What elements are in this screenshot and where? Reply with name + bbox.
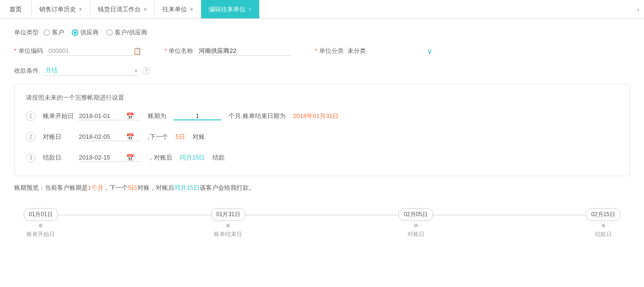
unit-category-label: 单位分类	[315, 47, 344, 55]
tab-home[interactable]: 首页	[0, 0, 32, 18]
reconcile-desc-highlight: 5日	[176, 133, 185, 141]
tab-sales-history-close[interactable]: ×	[79, 6, 82, 13]
node-4-label: 结款日	[595, 230, 612, 238]
tab-bar: 首页 销售订单历史 × 钱货日清工作台 × 往来单位 × 编辑往来单位 × ›	[0, 0, 644, 19]
settlement-row-1: 1 账单开始日 📅 账期为 个月,账单结束日期为 2018年01月31日	[26, 111, 618, 121]
tab-partners-close[interactable]: ×	[190, 6, 193, 13]
tab-partners[interactable]: 往来单位 ×	[155, 0, 201, 18]
reconcile-desc-prefix: ,下一个	[148, 133, 168, 141]
node-3-tag: 02月05日	[398, 208, 433, 221]
reconcile-date-input[interactable]	[79, 133, 126, 140]
payment-terms-select[interactable]: 月结 ∨	[43, 65, 138, 76]
chevron-down-icon: ∨	[427, 47, 432, 56]
timeline-node-2: 01月31日 账单结束日	[211, 208, 246, 238]
start-date-calendar-icon[interactable]: 📅	[126, 112, 134, 120]
unit-type-row: 单位类型 客户 供应商 客户/供应商	[14, 28, 630, 37]
timeline-container: 01月01日 账单开始日 01月31日 账单结束日 02月05日 对账日	[14, 203, 630, 253]
period-suffix: 个月,账单结束日期为	[229, 112, 286, 120]
period-end: 2018年01月31日	[293, 112, 339, 120]
node-1-label: 账单开始日	[26, 230, 55, 238]
radio-both-circle	[106, 29, 113, 36]
unit-code-input-wrapper: 📋	[47, 46, 141, 56]
radio-customer[interactable]: 客户	[43, 28, 64, 37]
row-1-label: 账单开始日	[43, 112, 71, 120]
payment-terms-row: 收款条件 月结 ∨ ?	[14, 65, 630, 76]
unit-category-select[interactable]: 未分类 ∨	[347, 47, 432, 56]
node-1-tag: 01月01日	[24, 208, 58, 221]
period-prefix: 账期为	[148, 112, 166, 120]
radio-supplier-label: 供应商	[80, 28, 99, 37]
radio-supplier-circle	[72, 29, 78, 36]
reconcile-desc-suffix: 对账	[193, 133, 205, 141]
start-date-input-wrapper: 📅	[79, 112, 140, 120]
unit-type-label: 单位类型	[14, 28, 39, 37]
payment-desc-suffix: 结款	[212, 153, 225, 162]
unit-type-radio-group: 客户 供应商 客户/供应商	[43, 28, 147, 37]
help-icon[interactable]: ?	[143, 67, 150, 75]
preview-part1-sep: ，下一个	[103, 184, 128, 191]
step-1: 1	[26, 111, 35, 121]
unit-code-icon[interactable]: 📋	[133, 47, 141, 55]
unit-code-label: 单位编码	[14, 47, 43, 55]
node-4-circle	[602, 224, 605, 228]
main-content: 单位类型 客户 供应商 客户/供应商 单位编码 📋 单	[0, 19, 644, 287]
unit-code-group: 单位编码 📋	[14, 46, 141, 56]
radio-both-label: 客户/供应商	[115, 28, 147, 37]
tab-edit-partner[interactable]: 编辑往来单位 ×	[201, 0, 260, 18]
timeline-node-3: 02月05日 对账日	[398, 208, 433, 238]
preview-suffix: 该客户会给我打款。	[200, 184, 255, 191]
unit-name-group: 单位名称	[165, 46, 292, 56]
radio-customer-label: 客户	[52, 28, 64, 37]
preview-prefix: 账期预览：当前客户账期是	[14, 184, 88, 191]
preview-part3: 同月15日	[174, 184, 199, 191]
tab-edit-partner-close[interactable]: ×	[248, 6, 252, 13]
period-input[interactable]	[174, 112, 221, 120]
payment-terms-value: 月结	[43, 65, 134, 76]
row-2-label: 对账日	[43, 133, 71, 141]
payment-terms-chevron: ∨	[134, 68, 138, 74]
unit-code-input[interactable]	[47, 46, 133, 55]
tab-edit-partner-label: 编辑往来单位	[209, 5, 246, 14]
preview-section: 账期预览：当前客户账期是1个月，下一个5日对账，对账后同月15日该客户会给我打款…	[14, 176, 630, 256]
payment-desc-prefix: ，对账后	[148, 153, 172, 162]
preview-part2: 5日	[128, 184, 137, 191]
tab-cash-work-label: 钱货日清工作台	[98, 5, 141, 14]
settlement-instruction: 请按照未来的一个完整帐期进行设置	[26, 93, 618, 102]
unit-category-group: 单位分类 未分类 ∨	[315, 47, 432, 56]
unit-name-input[interactable]	[197, 46, 291, 55]
tab-cash-work[interactable]: 钱货日清工作台 ×	[90, 0, 155, 18]
tab-more-arrow[interactable]: ›	[632, 0, 644, 18]
unit-category-value: 未分类	[347, 47, 427, 55]
step-2: 2	[26, 132, 35, 142]
node-3-label: 对账日	[407, 230, 424, 238]
preview-part2-sep: 对账，对账后	[137, 184, 174, 191]
preview-part1: 1个月	[88, 184, 103, 191]
payment-date-input-wrapper: 📅	[79, 154, 140, 162]
tab-partners-label: 往来单位	[162, 5, 187, 14]
preview-text: 账期预览：当前客户账期是1个月，下一个5日对账，对账后同月15日该客户会给我打款…	[14, 184, 630, 192]
settlement-row-3: 3 结款日 📅 ，对账后 同月15日 结款	[26, 153, 618, 162]
node-2-circle	[226, 224, 230, 228]
radio-customer-circle	[43, 29, 50, 36]
radio-supplier[interactable]: 供应商	[72, 28, 99, 37]
tab-sales-history-label: 销售订单历史	[39, 5, 76, 14]
unit-info-row: 单位编码 📋 单位名称 单位分类 未分类 ∨	[14, 46, 630, 56]
tab-sales-history[interactable]: 销售订单历史 ×	[32, 0, 90, 18]
timeline-node-1: 01月01日 账单开始日	[24, 208, 58, 238]
unit-name-input-wrapper	[197, 46, 291, 56]
node-1-circle	[39, 224, 42, 228]
node-2-label: 账单结束日	[214, 230, 242, 238]
reconcile-date-input-wrapper: 📅	[79, 133, 140, 141]
reconcile-date-calendar-icon[interactable]: 📅	[126, 133, 134, 141]
tab-cash-work-close[interactable]: ×	[144, 6, 147, 13]
timeline-nodes: 01月01日 账单开始日 01月31日 账单结束日 02月05日 对账日	[24, 208, 620, 238]
node-2-tag: 01月31日	[211, 208, 246, 221]
row-3-label: 结款日	[43, 153, 71, 162]
radio-both[interactable]: 客户/供应商	[106, 28, 147, 37]
payment-date-calendar-icon[interactable]: 📅	[126, 154, 134, 161]
payment-date-input[interactable]	[79, 154, 126, 161]
settlement-row-2: 2 对账日 📅 ,下一个 5日 对账	[26, 132, 618, 142]
settlement-box: 请按照未来的一个完整帐期进行设置 1 账单开始日 📅 账期为 个月,账单结束日期…	[14, 84, 630, 176]
start-date-input[interactable]	[79, 112, 126, 119]
payment-terms-label: 收款条件	[14, 67, 39, 75]
